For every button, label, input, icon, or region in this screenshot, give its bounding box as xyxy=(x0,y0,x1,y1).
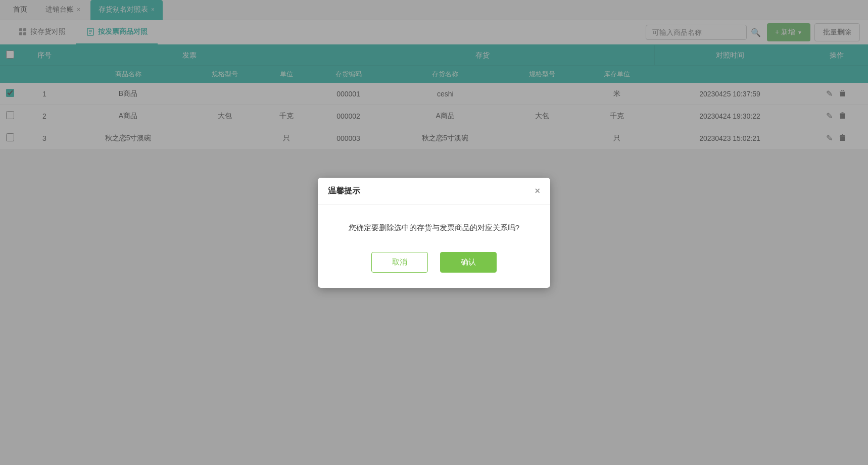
modal-overlay: 温馨提示 × 您确定要删除选中的存货与发票商品的对应关系吗? 取消 确认 xyxy=(0,0,868,149)
